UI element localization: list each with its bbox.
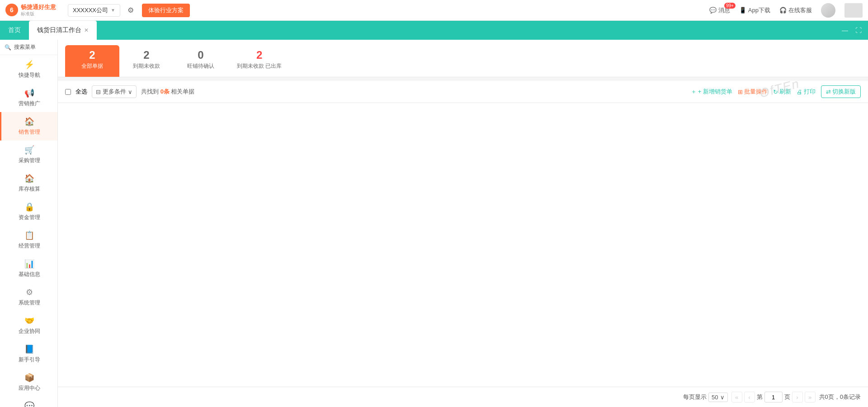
sidebar-item-label-inventory: 库存核算 (19, 185, 40, 193)
wechat-icon: 💬 (24, 401, 34, 407)
search-icon: 🔍 (5, 44, 11, 51)
sales-icon: 🏠 (24, 117, 34, 126)
tab-close-icon[interactable]: ✕ (84, 27, 89, 33)
trial-button[interactable]: 体验行业方案 (142, 4, 190, 17)
avatar[interactable] (821, 3, 835, 18)
tab-home[interactable]: 首页 (0, 21, 29, 40)
message-badge: 99+ (724, 3, 736, 9)
per-page-label: 每页显示 (683, 393, 707, 401)
toolbar: 全选 ⊟ 更多条件 ∨ 共找到 0条 相关单据 ＋ + 新增销货单 (58, 81, 868, 103)
stat-label-shipped: 到期未收款 已出库 (237, 62, 282, 70)
filter-button[interactable]: ⊟ 更多条件 ∨ (92, 85, 137, 98)
purchase-icon: 🛒 (24, 145, 34, 155)
found-num: 0条 (160, 88, 170, 95)
sidebar-item-quick-nav[interactable]: ⚡ 快捷导航 (0, 55, 57, 84)
tab-minimize-button[interactable]: — (840, 25, 850, 36)
tab-workspace[interactable]: 钱货日清工作台 ✕ (29, 21, 97, 40)
sidebar-item-purchase[interactable]: 🛒 采购管理 (0, 140, 57, 169)
refresh-button[interactable]: ↻ 刷新 (773, 88, 791, 96)
sidebar-item-label-enterprise: 企业协同 (19, 327, 40, 335)
print-icon: 🖨 (797, 89, 802, 95)
avatar-image (821, 3, 835, 18)
app-center-icon: 📦 (24, 373, 34, 383)
sidebar-item-inventory[interactable]: 🏠 库存核算 (0, 169, 57, 197)
company-selector[interactable]: XXXXXX公司 ▼ (68, 4, 120, 17)
brand-name: 畅捷通好生意 (21, 4, 56, 11)
sidebar-item-label-quick-nav: 快捷导航 (19, 71, 40, 79)
tab-controls: — ⛶ (840, 25, 868, 36)
sidebar-item-label-sales: 销售管理 (19, 128, 40, 136)
pagination-footer: 每页显示 50 ∨ « ‹ 第 页 › » 共0页，0条记录 (58, 387, 868, 407)
select-all-checkbox[interactable] (65, 89, 71, 95)
tab-maximize-button[interactable]: ⛶ (854, 25, 863, 36)
stat-label-all: 全部单据 (74, 62, 110, 70)
stat-tab-pending[interactable]: 0 旺铺待确认 (174, 45, 228, 77)
sidebar-item-system[interactable]: ⚙ 系统管理 (0, 283, 57, 311)
next-page-button[interactable]: › (792, 392, 803, 402)
sidebar-item-marketing[interactable]: 📢 营销推广 (0, 84, 57, 112)
stats-tabs: 2 全部单据 2 到期未收款 0 旺铺待确认 2 到期未收款 已出库 (58, 40, 868, 77)
sidebar-item-wechat[interactable]: 💬 企业微信 (0, 397, 57, 407)
logo-area: 6 畅捷通好生意 标准版 (5, 4, 63, 17)
first-page-button[interactable]: « (731, 392, 742, 402)
sidebar-item-label-operations: 经营管理 (19, 242, 40, 250)
edition-badge: 标准版 (21, 11, 56, 17)
sidebar-item-finance[interactable]: 🔒 资金管理 (0, 197, 57, 226)
sidebar-item-sales[interactable]: 🏠 销售管理 (0, 112, 57, 140)
stat-num-overdue: 2 (128, 49, 165, 61)
finance-icon: 🔒 (24, 202, 34, 212)
sidebar-item-label-marketing: 营销推广 (19, 100, 40, 108)
app-download-label: App下载 (748, 6, 770, 14)
logo-icon: 6 (5, 4, 18, 16)
found-prefix: 共找到 (141, 88, 159, 95)
newbie-icon: 📘 (24, 344, 34, 354)
stat-tab-overdue[interactable]: 2 到期未收款 (119, 45, 174, 77)
operations-icon: 📋 (24, 230, 34, 240)
sidebar: 🔍 搜索菜单 ⚡ 快捷导航 📢 营销推广 🏠 销售管理 🛒 采购管理 🏠 库存核… (0, 40, 58, 407)
settings-button[interactable]: ⚙ (124, 4, 137, 17)
stat-tab-all[interactable]: 2 全部单据 (65, 45, 119, 77)
batch-icon: ⊞ (738, 89, 743, 95)
batch-button[interactable]: ⊞ 批量操作 (738, 88, 768, 96)
base-info-icon: 📊 (24, 259, 34, 269)
sidebar-item-app-center[interactable]: 📦 应用中心 (0, 368, 57, 397)
last-page-button[interactable]: » (805, 392, 816, 402)
toolbar-right: ＋ + 新增销货单 ⊞ 批量操作 ↻ 刷新 🖨 打印 ⇄ 切换新版 (691, 85, 861, 98)
online-service-label: 在线客服 (788, 6, 812, 14)
service-icon: 🎧 (779, 7, 787, 14)
switch-version-button[interactable]: ⇄ 切换新版 (821, 85, 861, 98)
message-button[interactable]: 💬 消息 99+ (709, 6, 730, 14)
app-download-button[interactable]: 📱 App下载 (739, 6, 770, 14)
tab-workspace-label: 钱货日清工作台 (37, 26, 81, 34)
sidebar-item-base-info[interactable]: 📊 基础信息 (0, 254, 57, 283)
sidebar-item-newbie[interactable]: 📘 新手引导 (0, 340, 57, 368)
marketing-icon: 📢 (24, 88, 34, 98)
filter-icon: ⊟ (96, 89, 101, 95)
page-prefix: 第 (757, 393, 763, 401)
top-header: 6 畅捷通好生意 标准版 XXXXXX公司 ▼ ⚙ 体验行业方案 💬 消息 99… (0, 0, 868, 21)
refresh-label: 刷新 (779, 88, 791, 96)
refresh-icon: ↻ (773, 89, 778, 95)
page-nav: « ‹ 第 页 › » (731, 392, 816, 402)
print-button[interactable]: 🖨 打印 (797, 88, 816, 96)
sidebar-item-label-finance: 资金管理 (19, 214, 40, 221)
system-icon: ⚙ (26, 287, 33, 297)
page-number-input[interactable] (764, 392, 783, 402)
new-sales-button[interactable]: ＋ + 新增销货单 (691, 88, 732, 96)
user-info[interactable] (844, 3, 863, 18)
toolbar-left: 全选 ⊟ 更多条件 ∨ 共找到 0条 相关单据 (65, 85, 194, 98)
tab-home-label: 首页 (8, 26, 21, 34)
prev-page-button[interactable]: ‹ (744, 392, 755, 402)
quick-nav-icon: ⚡ (24, 60, 34, 70)
sidebar-search[interactable]: 🔍 搜索菜单 (0, 40, 57, 55)
stat-tab-shipped[interactable]: 2 到期未收款 已出库 (228, 45, 291, 77)
stat-label-overdue: 到期未收款 (128, 62, 165, 70)
sidebar-item-operations[interactable]: 📋 经营管理 (0, 226, 57, 254)
page-size-box[interactable]: 50 ∨ (708, 393, 727, 402)
sidebar-item-enterprise[interactable]: 🤝 企业协同 (0, 311, 57, 340)
chevron-down-page-icon: ∨ (720, 394, 725, 401)
sidebar-item-label-newbie: 新手引导 (19, 356, 40, 364)
sidebar-item-label-app-center: 应用中心 (19, 384, 40, 392)
online-service-button[interactable]: 🎧 在线客服 (779, 6, 812, 14)
select-all-label: 全选 (75, 88, 87, 96)
